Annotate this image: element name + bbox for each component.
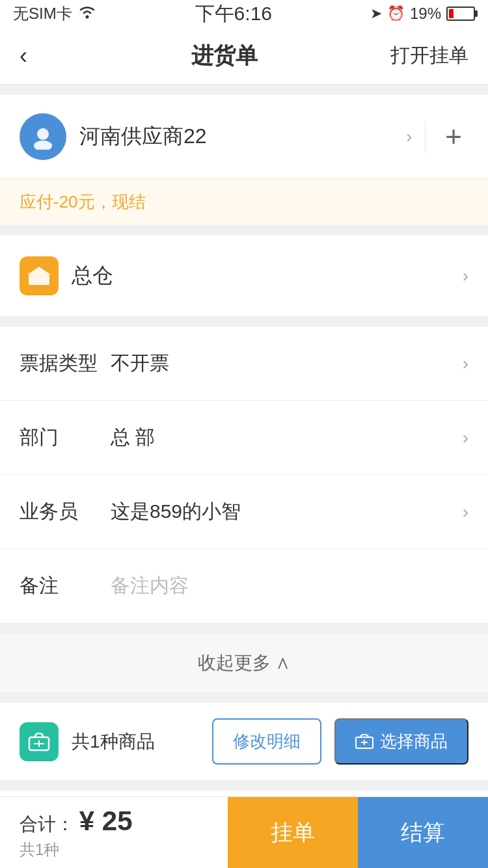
status-bar: 无SIM卡 下午6:16 ➤ ⏰ 19% [0,0,488,27]
sales-label: 业务员 [20,498,111,525]
dept-label: 部门 [20,424,111,451]
open-pending-button[interactable]: 打开挂单 [390,42,468,69]
sales-chevron-icon: › [463,502,468,522]
invoice-row[interactable]: 票据类型 不开票 › [0,327,488,401]
location-icon: ➤ [370,5,382,22]
add-button[interactable]: + [439,120,468,153]
svg-point-0 [85,16,88,19]
warehouse-card[interactable]: 总仓 › [0,236,488,316]
supplier-card: 河南供应商22 › + 应付-20元，现结 [0,95,488,225]
sales-row[interactable]: 业务员 这是859的小智 › [0,475,488,549]
page-title: 进货单 [191,41,258,71]
svg-marker-4 [27,267,51,275]
bottom-bar: 合计： ¥ 25 共1种 挂单 结算 [0,796,488,868]
products-count: 共1种商品 [72,729,199,754]
invoice-label: 票据类型 [20,350,111,377]
note-row[interactable]: 备注 备注内容 [0,549,488,623]
collapse-bar[interactable]: 收起更多 ∧ [0,634,488,692]
alarm-icon: ⏰ [387,5,405,22]
products-icon [20,722,59,761]
note-placeholder[interactable]: 备注内容 [111,573,468,599]
supplier-row[interactable]: 河南供应商22 › + [0,95,488,178]
notice-bar: 应付-20元，现结 [0,178,488,225]
dept-chevron-icon: › [463,427,468,448]
carrier-text: 无SIM卡 [13,3,72,24]
warehouse-icon [20,256,59,295]
dept-row[interactable]: 部门 总 部 › [0,401,488,475]
select-product-button[interactable]: 选择商品 [334,718,468,765]
products-header: 共1种商品 修改明细 选择商品 [0,703,488,780]
invoice-chevron-icon: › [463,353,468,374]
spacer-2 [0,692,488,703]
status-left: 无SIM卡 [13,3,97,24]
sales-value: 这是859的小智 [111,498,456,525]
note-label: 备注 [20,573,111,599]
total-amount: ¥ 25 [79,806,133,836]
divider [425,120,426,153]
dept-value: 总 部 [111,424,456,451]
supplier-name: 河南供应商22 [79,122,400,151]
status-right: ➤ ⏰ 19% [370,5,475,23]
fields-card: 票据类型 不开票 › 部门 总 部 › 业务员 这是859的小智 › 备注 备注… [0,327,488,623]
modify-detail-button[interactable]: 修改明细 [212,718,321,765]
total-section: 合计： ¥ 25 共1种 [0,806,228,860]
warehouse-label: 总仓 [72,262,456,290]
battery-icon [446,7,475,21]
select-product-label: 选择商品 [380,730,448,753]
svg-rect-3 [29,275,49,285]
status-time: 下午6:16 [195,1,272,27]
select-product-icon [355,734,373,750]
total-count: 共1种 [20,839,208,860]
supplier-avatar [20,113,66,160]
back-button[interactable]: ‹ [20,42,59,70]
warehouse-row[interactable]: 总仓 › [0,236,488,316]
total-row: 合计： ¥ 25 [20,806,208,837]
checkout-button[interactable]: 结算 [358,797,488,869]
svg-point-2 [34,141,52,150]
nav-bar: ‹ 进货单 打开挂单 [0,27,488,85]
wifi-icon [77,5,97,23]
spacer-1 [0,85,488,95]
supplier-chevron-icon: › [406,126,412,147]
total-label: 合计： [20,814,74,834]
svg-point-1 [37,128,49,140]
invoice-value: 不开票 [111,350,456,377]
pending-button[interactable]: 挂单 [228,797,358,869]
battery-text: 19% [410,5,441,23]
warehouse-chevron-icon: › [463,265,468,286]
